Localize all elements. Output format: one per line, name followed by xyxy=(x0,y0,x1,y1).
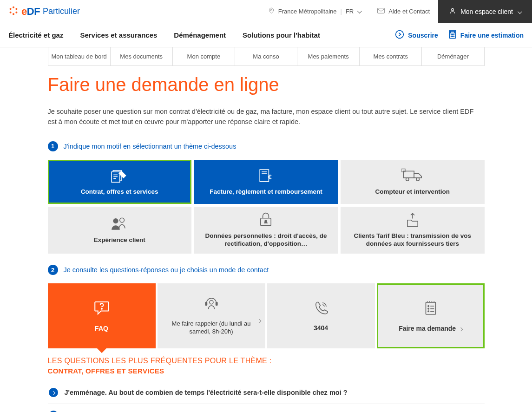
faq-item-1[interactable]: J'emménage. Au bout de combien de temps … xyxy=(48,381,485,404)
svg-point-41 xyxy=(427,305,428,306)
theme-personal-data[interactable]: Données personnelles : droit d'accès, de… xyxy=(194,207,338,254)
svg-rect-7 xyxy=(378,8,385,13)
theme-contract[interactable]: Contrat, offres et services xyxy=(48,160,191,204)
contact-faq[interactable]: FAQ xyxy=(48,283,156,348)
step-2-row: 2 Je consulte les questions-réponses ou … xyxy=(48,265,485,275)
logo-text: eDF xyxy=(21,6,40,18)
page-title: Faire une demande en ligne xyxy=(48,74,485,95)
svg-point-34 xyxy=(265,220,267,222)
tab-account[interactable]: Mon compte xyxy=(173,47,235,65)
main-content: Mon tableau de bord Mes documents Mon co… xyxy=(48,47,485,412)
headset-icon xyxy=(204,296,219,313)
logo-subtitle: Particulier xyxy=(43,7,80,16)
theme-experience[interactable]: Expérience client xyxy=(48,207,191,254)
chevron-right-icon xyxy=(258,316,261,324)
theme-label: Contrat, offres et services xyxy=(81,188,158,196)
svg-point-1 xyxy=(15,8,17,10)
user-icon xyxy=(449,7,456,15)
nav-services[interactable]: Services et assurances xyxy=(80,31,157,39)
svg-text:€: € xyxy=(268,173,272,181)
account-subtabs: Mon tableau de bord Mes documents Mon co… xyxy=(48,47,485,66)
edf-logo-icon xyxy=(8,6,19,18)
region-selector[interactable]: France Métropolitaine | FR xyxy=(260,0,369,23)
invoice-euro-icon: € xyxy=(257,168,274,183)
contact-request[interactable]: Faire ma demande xyxy=(377,283,485,348)
tab-dashboard[interactable]: Mon tableau de bord xyxy=(48,47,111,65)
nav-habitat[interactable]: Solutions pour l'habitat xyxy=(243,31,320,39)
theme-tarif-bleu[interactable]: Clients Tarif Bleu : transmission de vos… xyxy=(341,207,484,254)
nav-left: Électricité et gaz Services et assurance… xyxy=(8,31,320,39)
phone-icon xyxy=(314,301,328,317)
page-intro: Je souhaite poser une question sur mon c… xyxy=(48,106,485,127)
faq-bubble-icon xyxy=(93,300,110,317)
svg-point-5 xyxy=(10,8,12,10)
tab-contracts[interactable]: Mes contrats xyxy=(360,47,422,65)
estimation-label: Faire une estimation xyxy=(460,32,524,39)
svg-point-37 xyxy=(210,300,213,304)
step-1-row: 1 J'indique mon motif en sélectionnant u… xyxy=(48,141,485,151)
svg-point-36 xyxy=(101,308,102,309)
help-link[interactable]: Aide et Contact xyxy=(369,0,438,23)
contact-grid: FAQ Me faire rappeler (du lundi au samed… xyxy=(48,283,485,348)
nav-right: Souscrire Faire une estimation xyxy=(395,30,524,40)
arrow-circle-icon xyxy=(395,30,404,40)
main-nav: Électricité et gaz Services et assurance… xyxy=(0,23,532,47)
svg-rect-19 xyxy=(112,172,120,182)
my-account-button[interactable]: Mon espace client xyxy=(438,0,532,23)
svg-point-43 xyxy=(427,308,428,309)
tab-conso[interactable]: Ma conso xyxy=(235,47,297,65)
svg-rect-38 xyxy=(205,302,207,305)
svg-point-9 xyxy=(396,31,404,39)
help-label: Aide et Contact xyxy=(388,8,430,15)
step-1-text: J'indique mon motif en sélectionnant un … xyxy=(64,143,236,150)
folder-share-icon xyxy=(405,212,420,227)
svg-point-32 xyxy=(120,218,125,222)
svg-point-2 xyxy=(15,11,17,13)
contact-label: Me faire rappeler (du lundi au samedi, 8… xyxy=(164,320,259,336)
contact-label: Faire ma demande xyxy=(399,325,462,332)
theme-label: Données personnelles : droit d'accès, de… xyxy=(200,232,332,248)
tab-payments[interactable]: Mes paiements xyxy=(297,47,360,65)
nav-moving[interactable]: Déménagement xyxy=(174,31,226,39)
svg-point-14 xyxy=(453,34,454,35)
svg-point-13 xyxy=(452,34,453,35)
faq-heading: LES QUESTIONS LES PLUS FRÉQUENTES POUR L… xyxy=(48,357,485,365)
svg-rect-23 xyxy=(260,170,269,182)
chevron-right-icon xyxy=(460,325,462,332)
truck-icon xyxy=(401,168,424,183)
svg-point-12 xyxy=(451,34,451,35)
svg-point-45 xyxy=(427,311,428,312)
svg-rect-40 xyxy=(426,302,435,314)
chevron-down-icon xyxy=(518,8,521,15)
svg-point-4 xyxy=(10,11,12,13)
svg-point-15 xyxy=(451,36,451,37)
contact-callback[interactable]: Me faire rappeler (du lundi au samedi, 8… xyxy=(158,283,265,348)
step-2-text: Je consulte les questions-réponses ou je… xyxy=(64,266,269,274)
theme-invoice[interactable]: € Facture, règlement et remboursement xyxy=(194,160,338,204)
contact-phone[interactable]: 3404 xyxy=(267,283,375,348)
svg-point-31 xyxy=(113,218,118,223)
subscribe-link[interactable]: Souscrire xyxy=(395,30,438,40)
svg-rect-39 xyxy=(216,302,217,305)
tab-documents[interactable]: Mes documents xyxy=(111,47,173,65)
theme-label: Clients Tarif Bleu : transmission de vos… xyxy=(346,232,479,248)
lock-icon xyxy=(259,212,273,227)
top-right: France Métropolitaine | FR Aide et Conta… xyxy=(260,0,532,23)
chevron-down-icon xyxy=(357,8,361,15)
document-edit-icon xyxy=(110,168,129,183)
nav-electricity[interactable]: Électricité et gaz xyxy=(8,31,63,39)
subscribe-label: Souscrire xyxy=(408,32,438,39)
logo[interactable]: eDF Particulier xyxy=(0,6,80,18)
faq-item-2[interactable]: Je m'interroge sur la puissance ou l'opt… xyxy=(48,404,485,412)
svg-rect-11 xyxy=(451,32,455,33)
svg-point-3 xyxy=(13,13,14,15)
theme-meter[interactable]: Compteur et intervention xyxy=(341,160,484,204)
tab-move[interactable]: Déménager xyxy=(422,47,484,65)
svg-point-29 xyxy=(416,177,419,180)
contact-label: 3404 xyxy=(314,324,328,332)
step-2-badge: 2 xyxy=(48,265,58,275)
active-indicator-icon xyxy=(97,348,107,353)
step-1-badge: 1 xyxy=(48,141,58,151)
estimation-link[interactable]: Faire une estimation xyxy=(448,30,524,40)
theme-grid: Contrat, offres et services € Facture, r… xyxy=(48,160,485,254)
